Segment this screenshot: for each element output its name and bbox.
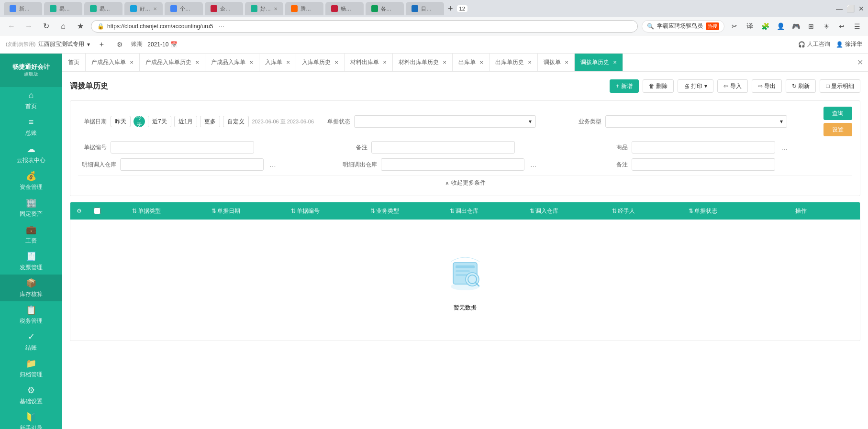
extensions-icon[interactable]: 🧩 xyxy=(759,20,771,33)
refresh-page-button[interactable]: ↻ 刷新 xyxy=(786,79,816,93)
page-tab-4[interactable]: 入库单 ✕ xyxy=(259,54,296,72)
filter-settings-button[interactable]: 设置 xyxy=(823,123,852,136)
minimize-btn[interactable]: — xyxy=(836,5,843,12)
export-button[interactable]: ⇨ 导出 xyxy=(752,79,782,93)
status-select[interactable]: ▾ xyxy=(354,115,536,128)
page-tab-2[interactable]: 产成品入库单历史 ✕ xyxy=(140,54,205,72)
page-tab-4-close[interactable]: ✕ xyxy=(286,60,290,65)
delete-button[interactable]: 🗑 删除 xyxy=(643,79,674,93)
period-selector[interactable]: 2021-10 📅 xyxy=(147,41,178,48)
browser-tab-10[interactable]: 各… xyxy=(366,2,404,15)
page-tab-1-close[interactable]: ✕ xyxy=(130,60,134,65)
page-tab-11[interactable]: 调拨单历史 ✕ xyxy=(575,54,623,72)
detail-out-input[interactable] xyxy=(381,158,524,171)
page-tab-10-close[interactable]: ✕ xyxy=(565,60,568,65)
scissors-icon[interactable]: ✂ xyxy=(728,20,741,33)
browser-tab-5[interactable]: 个… xyxy=(165,2,203,15)
collapse-filter-button[interactable]: ∧ 收起更多条件 xyxy=(78,176,852,190)
bookmark-button[interactable]: ★ xyxy=(74,20,87,33)
service-button[interactable]: 🎧 人工咨询 xyxy=(798,40,830,48)
maximize-btn[interactable]: ⬜ xyxy=(846,5,855,12)
remark-input[interactable] xyxy=(371,141,515,154)
goods-picker-icon[interactable]: … xyxy=(779,143,790,151)
page-tab-3[interactable]: 产成品入库单 ✕ xyxy=(205,54,259,72)
print-button[interactable]: 🖨 打印 ▾ xyxy=(678,79,713,93)
sidebar-item-report[interactable]: ☁ 云报表中心 xyxy=(0,141,62,167)
sidebar-item-inventory[interactable]: 📦 库存核算 xyxy=(0,275,62,301)
col-header-date[interactable]: ⇅ 单据日期 xyxy=(186,207,266,215)
browser-tab-2[interactable]: 易… xyxy=(44,2,82,15)
close-all-tabs-button[interactable]: ✕ xyxy=(852,58,868,67)
grid-icon[interactable]: ⊞ xyxy=(805,20,817,33)
browser-tab-11[interactable]: 目… xyxy=(406,2,444,15)
forward-button[interactable]: → xyxy=(22,20,35,33)
query-button[interactable]: 查询 xyxy=(823,107,852,120)
page-tab-11-close[interactable]: ✕ xyxy=(613,60,617,65)
sidebar-item-tax[interactable]: 📋 税务管理 xyxy=(0,301,62,328)
print-dropdown-icon[interactable]: ▾ xyxy=(704,83,707,89)
close-window-btn[interactable]: ✕ xyxy=(858,5,864,12)
browser-tab-6[interactable]: 企… xyxy=(205,2,243,15)
sidebar-item-home[interactable]: ⌂ 首页 xyxy=(0,87,62,114)
page-tab-5[interactable]: 入库单历史 ✕ xyxy=(296,54,345,72)
menu-icon[interactable]: ☰ xyxy=(851,20,863,33)
col-header-type[interactable]: ⇅ 单据类型 xyxy=(107,207,186,215)
close-icon-7[interactable]: ✕ xyxy=(274,6,278,11)
company-selector[interactable]: (勿删勿禁用) 江西服宝测试专用 ▾ xyxy=(6,40,90,48)
col-header-in-warehouse[interactable]: ⇅ 调入仓库 xyxy=(504,207,584,215)
translate-icon[interactable]: 译 xyxy=(744,20,756,33)
page-tab-3-close[interactable]: ✕ xyxy=(249,60,253,65)
page-tab-9[interactable]: 出库单历史 ✕ xyxy=(490,54,538,72)
col-header-out-warehouse[interactable]: ⇅ 调出仓库 xyxy=(424,207,504,215)
detail-out-picker-icon[interactable]: … xyxy=(528,161,539,168)
page-tab-9-close[interactable]: ✕ xyxy=(528,60,532,65)
page-tab-1[interactable]: 产成品入库单 ✕ xyxy=(86,54,140,72)
address-bar[interactable]: 🔒 https://cloud.chanjet.com/accounting/u… xyxy=(91,20,638,33)
browser-tab-7[interactable]: 好… ✕ xyxy=(245,2,283,15)
col-header-handler[interactable]: ⇅ 经手人 xyxy=(584,207,663,215)
sidebar-item-ledger[interactable]: ≡ 总账 xyxy=(0,114,62,141)
page-tab-6[interactable]: 材料出库单 ✕ xyxy=(345,54,393,72)
browser-tab-8[interactable]: 腾… xyxy=(285,2,323,15)
page-tab-7[interactable]: 材料出库单历史 ✕ xyxy=(393,54,453,72)
sidebar-item-archive[interactable]: 📁 归档管理 xyxy=(0,355,62,382)
new-button[interactable]: + 新增 xyxy=(610,79,638,93)
page-tab-10[interactable]: 调拨单 ✕ xyxy=(538,54,575,72)
home-browser-button[interactable]: ⌂ xyxy=(56,20,70,33)
browser-tab-4[interactable]: 好… ✕ xyxy=(124,2,163,15)
business-select[interactable]: ▾ xyxy=(605,115,787,128)
profile-icon[interactable]: 👤 xyxy=(774,20,787,33)
page-tab-7-close[interactable]: ✕ xyxy=(443,60,446,65)
games-icon[interactable]: 🎮 xyxy=(790,20,802,33)
detail-remark-input[interactable] xyxy=(632,158,775,171)
browser-tab-1[interactable]: 新… xyxy=(4,2,42,15)
goods-input[interactable] xyxy=(632,141,775,154)
sidebar-item-wage[interactable]: 💼 工资 xyxy=(0,221,62,248)
sidebar-item-capital[interactable]: 💰 资金管理 xyxy=(0,167,62,194)
date-btn-more[interactable]: 更多 xyxy=(200,116,220,127)
back-button[interactable]: ← xyxy=(5,20,18,33)
page-tab-6-close[interactable]: ✕ xyxy=(383,60,387,65)
date-btn-yesterday[interactable]: 昨天 xyxy=(111,116,131,127)
search-bar[interactable]: 🔍 学霸应聘场驱鸟员 热搜 xyxy=(642,20,724,33)
col-header-status[interactable]: ⇅ 单据状态 xyxy=(663,207,743,215)
close-icon-4[interactable]: ✕ xyxy=(153,6,157,11)
sidebar-item-close[interactable]: ✓ 结账 xyxy=(0,328,62,355)
date-btn-custom[interactable]: 自定义 xyxy=(223,116,249,127)
detail-in-picker-icon[interactable]: … xyxy=(267,161,278,168)
date-btn-7days[interactable]: 近7天 xyxy=(148,116,171,127)
sidebar-item-invoice[interactable]: 🧾 发票管理 xyxy=(0,248,62,275)
browser-tab-3[interactable]: 易… xyxy=(84,2,122,15)
sidebar-item-guide[interactable]: 🔰 新手引导 xyxy=(0,408,62,429)
date-btn-today[interactable]: 今天 xyxy=(134,116,145,127)
refresh-browser-button[interactable]: ↻ xyxy=(39,20,53,33)
page-tab-5-close[interactable]: ✕ xyxy=(334,60,338,65)
undo-icon[interactable]: ↩ xyxy=(835,20,848,33)
table-select-all-checkbox[interactable] xyxy=(88,208,107,214)
import-button[interactable]: ⇦ 导入 xyxy=(717,79,747,93)
col-header-business[interactable]: ⇅ 业务类型 xyxy=(345,207,424,215)
table-settings-icon[interactable]: ⚙ xyxy=(70,208,88,214)
page-tab-8[interactable]: 出库单 ✕ xyxy=(453,54,490,72)
docno-input[interactable] xyxy=(111,141,254,154)
page-tab-home[interactable]: 首页 xyxy=(62,54,86,72)
